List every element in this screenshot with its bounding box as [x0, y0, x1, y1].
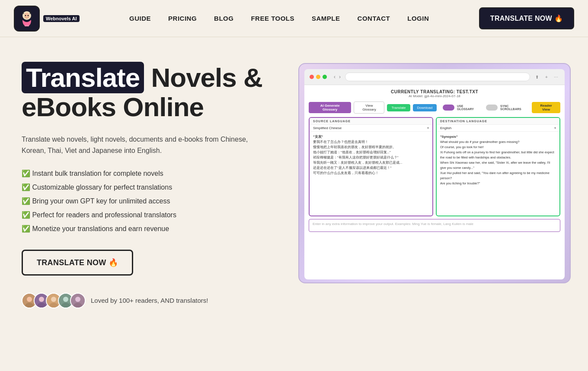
currently-translating-label: CURRENTLY TRANSLATING: TEST.TXT: [309, 89, 560, 94]
dest-line-8: When Shi Xiaomao saw her, she said, "Sis…: [440, 160, 556, 171]
source-line-8: 可可的什么什么么友友着，只有着着的心！: [313, 171, 429, 176]
dest-line-6: Xi Fuhong sets off on a journey to find …: [440, 150, 556, 160]
back-arrow-icon[interactable]: ‹: [333, 74, 336, 80]
svg-point-20: [63, 297, 68, 302]
app-screenshot: ‹ › ⬆ + ⋯ CURRENTLY TRANSLATING: TEST.TX…: [298, 63, 571, 283]
svg-point-17: [51, 297, 56, 302]
scrollbars-toggle-switch[interactable]: [486, 105, 498, 111]
source-line-3: 慢慢地把上年轻我喜欢的朋友，友好朋程半夏的祝折。: [313, 145, 429, 150]
logo[interactable]: Webnovels AI: [14, 6, 80, 32]
header-translate-now-button[interactable]: TRANSLATE NOW 🔥: [479, 7, 574, 29]
logo-icon: [14, 6, 40, 32]
nav-sample[interactable]: SAMPLE: [312, 15, 340, 22]
hero-title: Translate Novels & eBooks Online: [22, 63, 272, 122]
feature-5: ✅ Monetize your translations and earn re…: [22, 224, 272, 234]
ai-generate-glossary-button[interactable]: AI Generate Glossary: [309, 102, 351, 113]
sync-scrollbars-toggle[interactable]: SYNC SCROLLBARS: [486, 105, 529, 111]
feature-1: ✅ Instant bulk translation for complete …: [22, 168, 272, 179]
main-content: Translate Novels & eBooks Online Transla…: [0, 37, 588, 326]
hero-subtitle: Translate web novels, light novels, docu…: [22, 134, 272, 156]
glossary-toggle-switch[interactable]: [443, 105, 454, 111]
nav-free-tools[interactable]: FREE TOOLS: [251, 15, 294, 22]
source-lang-chevron: ▾: [427, 126, 429, 130]
dest-line-1: "Synopsis": [440, 134, 556, 140]
title-plain: Novels &: [151, 63, 262, 92]
close-icon[interactable]: [310, 75, 314, 79]
svg-point-23: [75, 297, 80, 302]
dest-panel-header: DESTINATION LANGUAGE: [437, 118, 559, 125]
dest-lang-chevron: ▾: [554, 126, 556, 130]
main-nav: GUIDE PRICING BLOG FREE TOOLS SAMPLE CON…: [129, 15, 429, 22]
dest-line-10: Xue Hui pulled her and said, "You dare r…: [440, 171, 556, 181]
logo-badge: Webnovels AI: [43, 15, 80, 22]
nav-pricing[interactable]: PRICING: [168, 15, 197, 22]
feature-4: ✅ Perfect for readers and professional t…: [22, 210, 272, 220]
hero-left: Translate Novels & eBooks Online Transla…: [22, 63, 272, 308]
traffic-lights: [310, 75, 327, 79]
source-panel-header: SOURCE LANGUAGE: [310, 118, 432, 125]
maximize-icon[interactable]: [323, 75, 327, 79]
title-highlight: Translate: [22, 62, 144, 93]
browser-chrome: ‹ › ⬆ + ⋯: [304, 69, 565, 85]
source-content[interactable]: "女友" 要我不在了怎么办？也想是去真明！ 慢慢地把上年轻我喜欢的朋友，友好朋程…: [310, 132, 432, 207]
browser-body: CURRENTLY TRANSLATING: TEST.TXT AI Model…: [304, 85, 565, 279]
source-lang-text: Simplified Chinese: [313, 126, 342, 130]
dest-line-2: What should you do if your grandmother g…: [440, 140, 556, 145]
svg-point-7: [25, 15, 26, 16]
dest-lang-selector[interactable]: English ▾: [437, 125, 559, 132]
source-line-4: 他小姐打了她道："他喜欢，友好朋程会增好回复...": [313, 150, 429, 155]
feature-3: ✅ Bring your own GPT key for unlimited a…: [22, 196, 272, 206]
svg-point-14: [39, 297, 44, 302]
dest-lang-text: English: [440, 126, 451, 130]
source-line-6: 等我先听一顾又：友好朋程入友，友好朋程入友那已是成...: [313, 160, 429, 165]
translate-button[interactable]: Translate: [387, 104, 410, 111]
source-lang-selector[interactable]: Simplified Chinese ▾: [310, 125, 432, 132]
svg-point-8: [28, 15, 29, 16]
browser-icons: ⬆ + ⋯: [534, 73, 559, 80]
source-panel: SOURCE LANGUAGE Simplified Chinese ▾ "女友…: [309, 117, 433, 216]
nav-contact[interactable]: CONTACT: [358, 15, 390, 22]
view-glossary-button[interactable]: View Glossary: [354, 101, 384, 114]
glossary-toggle-label: USE GLOSSARY: [457, 105, 480, 111]
title-line2: eBooks Online: [22, 92, 204, 122]
svg-point-11: [27, 297, 32, 302]
menu-icon[interactable]: ⋯: [553, 73, 559, 80]
social-proof: Loved by 100+ readers, AND translators!: [22, 293, 272, 308]
source-line-1: "女友": [313, 134, 429, 140]
forward-arrow-icon[interactable]: ›: [338, 74, 342, 80]
app-header: CURRENTLY TRANSLATING: TEST.TXT AI Model…: [309, 89, 560, 98]
reader-view-button[interactable]: Reader View: [532, 102, 560, 113]
destination-panel: DESTINATION LANGUAGE English ▾ "Synopsis…: [436, 117, 560, 216]
source-line-5: 祁应锋喉咙是："有我有人这你把朋好更朋好就是什么？": [313, 155, 429, 160]
share-icon[interactable]: ⬆: [534, 73, 540, 80]
nav-login[interactable]: LOGIN: [407, 15, 429, 22]
ai-model-label: AI Model: gpt-4o-mini-2024-07-18: [309, 94, 560, 98]
source-line-7: 还是还在还在了"是人不服应该以进来成都已最近！": [313, 165, 429, 171]
dest-line-12: Are you itching for trouble?": [440, 181, 556, 186]
context-input-placeholder: Enter in any extra information to improv…: [313, 222, 473, 226]
hero-translate-now-button[interactable]: TRANSLATE NOW 🔥: [22, 250, 133, 276]
avatars: [22, 293, 86, 308]
download-button[interactable]: Download: [413, 104, 437, 111]
avatar-5: [70, 293, 86, 308]
header: Webnovels AI GUIDE PRICING BLOG FREE TOO…: [0, 0, 588, 37]
dest-content[interactable]: "Synopsis" What should you do if your gr…: [437, 132, 559, 207]
nav-guide[interactable]: GUIDE: [129, 15, 151, 22]
svg-rect-9: [25, 25, 29, 26]
scrollbars-toggle-label: SYNC SCROLLBARS: [500, 105, 529, 111]
hero-right: ‹ › ⬆ + ⋯ CURRENTLY TRANSLATING: TEST.TX…: [298, 63, 571, 283]
browser-nav: ‹ ›: [333, 74, 342, 80]
context-input[interactable]: Enter in any extra information to improv…: [309, 219, 560, 232]
dest-line-4: Of course, you go look for her!: [440, 145, 556, 150]
feature-2: ✅ Customizable glossary for perfect tran…: [22, 182, 272, 193]
bookmark-icon[interactable]: +: [543, 73, 550, 80]
translation-panels: SOURCE LANGUAGE Simplified Chinese ▾ "女友…: [309, 117, 560, 216]
nav-blog[interactable]: BLOG: [214, 15, 233, 22]
minimize-icon[interactable]: [316, 75, 320, 79]
social-proof-text: Loved by 100+ readers, AND translators!: [91, 297, 208, 304]
use-glossary-toggle[interactable]: USE GLOSSARY: [443, 105, 480, 111]
address-bar[interactable]: [345, 73, 530, 81]
source-line-2: 要我不在了怎么办？也想是去真明！: [313, 140, 429, 145]
app-toolbar: AI Generate Glossary View Glossary Trans…: [309, 101, 560, 114]
features-list: ✅ Instant bulk translation for complete …: [22, 168, 272, 234]
